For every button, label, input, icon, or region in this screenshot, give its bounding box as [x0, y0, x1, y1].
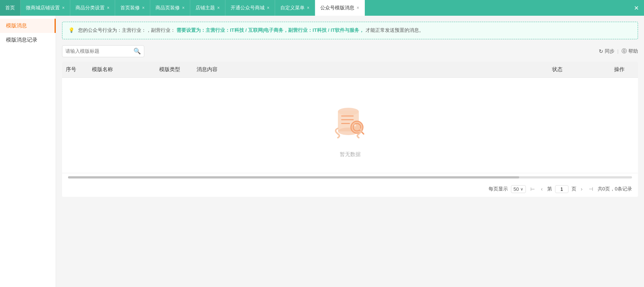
next-page-button[interactable]: › — [579, 185, 584, 193]
sync-button[interactable]: ↻ 同步 — [599, 48, 614, 55]
tab-close-custom-menu[interactable]: × — [307, 5, 309, 10]
tab-custom-menu[interactable]: 自定义菜单 × — [275, 0, 315, 16]
svg-point-9 — [354, 124, 356, 126]
tab-close-shop-theme[interactable]: × — [217, 5, 220, 10]
current-page-input[interactable] — [555, 185, 568, 193]
last-page-button[interactable]: ⊣ — [587, 185, 595, 193]
table-header: 序号 模版名称 模版类型 消息内容 状态 操作 — [62, 62, 638, 78]
tab-bar-close-icon[interactable]: ✕ — [629, 4, 644, 12]
data-table: 序号 模版名称 模版类型 消息内容 状态 操作 — [62, 62, 638, 197]
toolbar-right: ↻ 同步 | ⓪ 帮助 — [599, 48, 638, 55]
tab-template-msg[interactable]: 公众号模版消息 × — [315, 0, 365, 16]
page-prefix: 第 — [547, 186, 552, 192]
search-button[interactable]: 🔍 — [133, 48, 141, 55]
tab-shop-settings[interactable]: 微商城店铺设置 × — [21, 0, 70, 16]
search-input-wrap: 🔍 — [62, 45, 144, 57]
tab-close-open-mall[interactable]: × — [267, 5, 269, 10]
tab-home[interactable]: 首页 — [0, 0, 21, 16]
help-icon: ⓪ — [622, 48, 627, 55]
search-input[interactable] — [65, 48, 133, 54]
empty-text: 暂无数据 — [340, 151, 361, 158]
tab-bar: 首页 微商城店铺设置 × 商品分类设置 × 首页装修 × 商品页装修 × 店铺主… — [0, 0, 644, 16]
chevron-down-icon: ∨ — [520, 187, 523, 192]
content-area: 💡 您的公众号行业为：主营行业：，副营行业： 需要设置为：主营行业：IT科技 /… — [56, 16, 644, 287]
pagination: 每页显示 50 ∨ ⊢ ‹ 第 页 › ⊣ 共0页，0条记录 — [62, 181, 638, 197]
tab-category-settings[interactable]: 商品分类设置 × — [70, 0, 115, 16]
page-unit: 页 — [571, 186, 576, 192]
total-label: 共0页，0条记录 — [598, 186, 632, 192]
tab-product-decor[interactable]: 商品页装修 × — [150, 0, 190, 16]
sync-icon: ↻ — [599, 48, 603, 54]
search-bar: 🔍 ↻ 同步 | ⓪ 帮助 — [62, 45, 638, 57]
main-layout: 模版消息 模版消息记录 💡 您的公众号行业为：主营行业：，副营行业： 需要设置为… — [0, 16, 644, 287]
col-action: 操作 — [601, 62, 638, 77]
first-page-button[interactable]: ⊢ — [529, 185, 536, 193]
tab-close-product-decor[interactable]: × — [182, 5, 185, 10]
col-type: 模版类型 — [155, 62, 193, 77]
scrollbar-track[interactable] — [68, 176, 632, 178]
empty-state: 暂无数据 — [62, 78, 638, 173]
notice-icon: 💡 — [68, 27, 74, 33]
col-seq: 序号 — [62, 62, 88, 77]
tab-home-decor[interactable]: 首页装修 × — [115, 0, 150, 16]
tab-close-category-settings[interactable]: × — [107, 5, 110, 10]
tab-close-home-decor[interactable]: × — [142, 5, 145, 10]
scrollbar-thumb — [68, 176, 519, 178]
page-size-select[interactable]: 50 ∨ — [511, 185, 526, 193]
col-content: 消息内容 — [193, 62, 548, 77]
tab-shop-theme[interactable]: 店铺主题 × — [190, 0, 225, 16]
sidebar-item-template-msg[interactable]: 模版消息 — [0, 19, 56, 33]
page-size-value: 50 — [514, 186, 519, 192]
col-status: 状态 — [548, 62, 601, 77]
sidebar: 模版消息 模版消息记录 — [0, 16, 56, 287]
tab-close-template-msg[interactable]: × — [357, 5, 359, 10]
prev-page-button[interactable]: ‹ — [539, 185, 544, 193]
notice-banner: 💡 您的公众号行业为：主营行业：，副营行业： 需要设置为：主营行业：IT科技 /… — [62, 22, 638, 39]
tab-open-mall[interactable]: 开通公众号商城 × — [225, 0, 275, 16]
col-name: 模版名称 — [88, 62, 155, 77]
help-button[interactable]: ⓪ 帮助 — [622, 48, 638, 55]
sidebar-item-template-record[interactable]: 模版消息记录 — [0, 33, 56, 47]
scrollbar-row — [62, 173, 638, 181]
empty-illustration — [328, 100, 373, 145]
toolbar-divider: | — [617, 48, 619, 54]
page-size-label: 每页显示 — [489, 186, 508, 192]
tab-close-shop-settings[interactable]: × — [62, 5, 65, 10]
